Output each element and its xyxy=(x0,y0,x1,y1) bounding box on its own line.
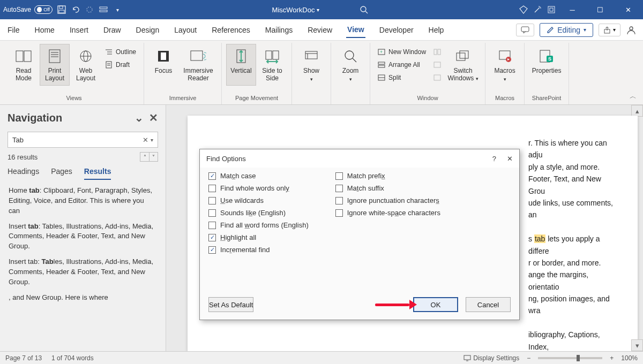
result-nav-buttons[interactable]: ˄˅ xyxy=(140,152,158,162)
tab-help[interactable]: Help xyxy=(428,22,445,37)
search-dropdown-icon[interactable]: ▾ xyxy=(151,137,153,143)
tab-mailings[interactable]: Mailings xyxy=(264,22,294,37)
wand-icon[interactable] xyxy=(533,5,542,14)
checkbox-box[interactable] xyxy=(208,234,216,241)
ok-button[interactable]: OK xyxy=(413,297,458,312)
checkbox-use-wildcards[interactable]: Use wildcards xyxy=(208,196,309,204)
vertical-button[interactable]: Vertical xyxy=(226,44,256,86)
checkbox-find-all-word-forms-english-[interactable]: Find all word forms (English) xyxy=(208,221,309,229)
zoom-slider[interactable] xyxy=(538,357,602,359)
nav-search-input[interactable]: Tab ✕▾ xyxy=(8,132,158,148)
checkbox-match-suffix[interactable]: Match suffix xyxy=(335,184,440,192)
checkbox-match-prefix[interactable]: Match prefix xyxy=(335,172,440,180)
zoom-in-button[interactable]: + xyxy=(610,354,614,362)
checkbox-highlight-all[interactable]: Highlight all xyxy=(208,233,309,241)
checkbox-box[interactable] xyxy=(335,197,343,204)
diamond-icon[interactable] xyxy=(519,5,528,14)
read-mode-button[interactable]: Read Mode xyxy=(9,44,39,86)
side-to-side-button[interactable]: Side to Side xyxy=(257,44,287,86)
focus-button[interactable]: Focus xyxy=(148,44,178,86)
zoom-button[interactable]: Zoom▾ xyxy=(335,44,365,86)
checkbox-box[interactable] xyxy=(208,222,216,229)
split-button[interactable]: Split xyxy=(375,72,429,84)
dialog-help-icon[interactable]: ? xyxy=(492,155,496,163)
redo-icon[interactable] xyxy=(85,5,94,14)
web-layout-button[interactable]: Web Layout xyxy=(71,44,101,86)
checkbox-box[interactable] xyxy=(335,172,343,180)
close-button[interactable]: ✕ xyxy=(616,0,640,19)
result-item[interactable]: Insert tab: Tables, Illustrations, Add-i… xyxy=(9,222,157,252)
next-result-icon[interactable]: ˅ xyxy=(149,153,158,161)
save-icon[interactable] xyxy=(57,5,66,14)
qat-icon[interactable] xyxy=(99,5,108,14)
app-icon[interactable] xyxy=(547,5,556,14)
tab-review[interactable]: Review xyxy=(306,22,333,37)
result-item[interactable]: , and New Group. Here is where xyxy=(9,293,157,303)
nav-close-icon[interactable]: ✕ xyxy=(149,111,158,124)
tab-references[interactable]: References xyxy=(211,22,251,37)
checkbox-ignore-white-space-characters[interactable]: Ignore white-space characters xyxy=(335,209,440,217)
collapse-ribbon-icon[interactable]: ︿ xyxy=(630,92,637,101)
print-layout-button[interactable]: Print Layout xyxy=(40,44,70,86)
properties-button[interactable]: SProperties xyxy=(529,44,564,86)
draft-button[interactable]: Draft xyxy=(102,59,139,71)
editing-mode-button[interactable]: Editing ▾ xyxy=(540,23,593,37)
set-as-default-button[interactable]: Set As Default xyxy=(208,297,253,312)
tab-developer[interactable]: Developer xyxy=(378,22,415,37)
tab-home[interactable]: Home xyxy=(34,22,56,37)
result-item[interactable]: Insert tab: Tables, Illustrations, Add-i… xyxy=(9,257,157,287)
checkbox-box[interactable] xyxy=(208,246,216,254)
checkbox-box[interactable] xyxy=(208,172,216,180)
show-button[interactable]: Show▾ xyxy=(296,44,326,86)
status-words[interactable]: 1 of 704 words xyxy=(51,354,94,362)
tab-insert[interactable]: Insert xyxy=(69,22,89,37)
checkbox-find-whole-words-only[interactable]: Find whole words only xyxy=(208,184,309,192)
tab-design[interactable]: Design xyxy=(135,22,161,37)
minimize-button[interactable]: ─ xyxy=(560,0,584,19)
tab-view[interactable]: View xyxy=(346,22,365,38)
scroll-up-button[interactable]: ▴ xyxy=(631,105,643,117)
checkbox-incremental-find[interactable]: Incremental find xyxy=(208,246,309,254)
clear-search-icon[interactable]: ✕ xyxy=(143,136,148,144)
nav-dropdown-icon[interactable]: ⌄ xyxy=(134,111,144,124)
svg-rect-50 xyxy=(434,62,440,67)
undo-icon[interactable] xyxy=(71,5,80,14)
share-button[interactable]: ▾ xyxy=(599,24,620,36)
qat-dropdown-icon[interactable]: ▾ xyxy=(113,5,122,14)
macros-button[interactable]: Macros▾ xyxy=(490,44,520,86)
arrange-all-button[interactable]: Arrange All xyxy=(375,59,429,71)
zoom-level[interactable]: 100% xyxy=(621,354,638,362)
document-title[interactable]: MiscWorkDoc ▾ xyxy=(272,6,320,14)
cancel-button[interactable]: Cancel xyxy=(466,297,511,312)
checkbox-sounds-like-english-[interactable]: Sounds like (English) xyxy=(208,209,309,217)
checkbox-box[interactable] xyxy=(335,185,343,192)
scroll-down-button[interactable]: ▾ xyxy=(631,339,643,351)
nav-tab-results[interactable]: Results xyxy=(84,167,111,180)
outline-button[interactable]: Outline xyxy=(102,46,139,58)
prev-result-icon[interactable]: ˄ xyxy=(140,153,149,161)
checkbox-box[interactable] xyxy=(208,197,216,204)
account-icon[interactable] xyxy=(626,25,637,35)
zoom-out-button[interactable]: − xyxy=(527,354,530,362)
checkbox-box[interactable] xyxy=(208,209,216,217)
checkbox-box[interactable] xyxy=(208,185,216,192)
switch-windows-button[interactable]: Switch Windows ▾ xyxy=(445,44,481,86)
display-settings-button[interactable]: Display Settings xyxy=(463,354,519,362)
tab-file[interactable]: File xyxy=(6,22,21,37)
result-item[interactable]: Home tab: Clipboard, Font, Paragraph, St… xyxy=(9,186,157,216)
dialog-close-icon[interactable]: ✕ xyxy=(507,155,513,163)
status-page[interactable]: Page 7 of 13 xyxy=(5,354,42,362)
nav-tab-headings[interactable]: Headings xyxy=(8,167,39,180)
autosave-toggle[interactable]: AutoSave Off xyxy=(3,5,53,14)
new-window-button[interactable]: +New Window xyxy=(375,46,429,58)
tab-draw[interactable]: Draw xyxy=(102,22,122,37)
checkbox-ignore-punctuation-characters[interactable]: Ignore punctuation characters xyxy=(335,196,440,204)
tab-layout[interactable]: Layout xyxy=(173,22,198,37)
immersive-reader-button[interactable]: Immersive Reader xyxy=(180,44,217,86)
maximize-button[interactable]: ☐ xyxy=(588,0,612,19)
nav-tab-pages[interactable]: Pages xyxy=(51,167,72,180)
checkbox-match-case[interactable]: Match case xyxy=(208,172,309,180)
comments-button[interactable] xyxy=(516,24,534,36)
checkbox-box[interactable] xyxy=(335,209,343,217)
search-icon[interactable] xyxy=(359,5,369,14)
